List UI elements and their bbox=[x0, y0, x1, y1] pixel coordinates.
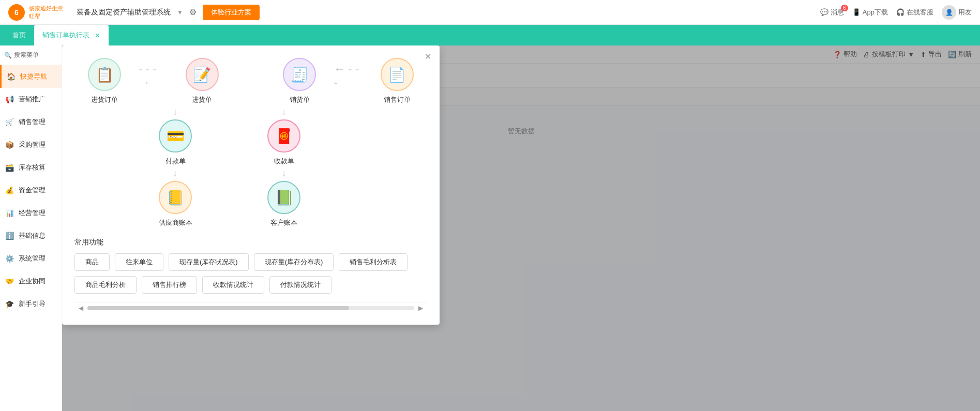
func-btn-product[interactable]: 商品 bbox=[74, 253, 110, 271]
sales-icon: 🛒 bbox=[4, 117, 14, 127]
func-btn-sales-rank[interactable]: 销售排行榜 bbox=[142, 276, 197, 294]
header-right: 💬 消息 6 📱 App下载 🎧 在线客服 👤 用友 bbox=[820, 5, 972, 20]
supplier-account-circle: 📒 bbox=[159, 181, 192, 214]
func-button-grid: 商品 往来单位 现存量(库存状况表) 现存量(库存分布表) 销售毛利分析表 商品… bbox=[74, 253, 427, 294]
purchase-bill-circle: 📝 bbox=[186, 58, 219, 91]
purchase-order-label: 进货订单 bbox=[91, 95, 118, 104]
flow-node-customer-account[interactable]: 📗 客户账本 bbox=[250, 181, 318, 227]
app-download-action[interactable]: 📱 App下载 bbox=[852, 8, 888, 17]
receipt-bill-circle: 🧧 bbox=[267, 119, 300, 153]
sales-bill-circle: 🧾 bbox=[283, 58, 316, 91]
func-btn-counterpart[interactable]: 往来单位 bbox=[115, 253, 163, 271]
sidebar-item-basic-info[interactable]: ℹ️ 基础信息 bbox=[0, 224, 62, 247]
dropdown-icon[interactable]: ▼ bbox=[177, 9, 183, 16]
customer-account-label: 客户账本 bbox=[270, 218, 297, 227]
settings-icon[interactable]: ⚙ bbox=[189, 7, 197, 17]
service-icon: 🎧 bbox=[896, 8, 904, 16]
flow-node-sales-order[interactable]: 📄 销售订单 bbox=[367, 58, 427, 104]
system-icon: ⚙️ bbox=[4, 253, 14, 264]
customer-account-circle: 📗 bbox=[267, 181, 300, 214]
content-area: ❓ 帮助 🖨 按模板打印 ▼ ⬆ 导出 🔄 刷新 📅 单据状态 bbox=[62, 45, 980, 411]
scroll-thumb bbox=[87, 306, 349, 310]
flow-node-payment-bill[interactable]: 💳 付款单 bbox=[142, 119, 209, 166]
arrow-left-1: ← - - - bbox=[334, 63, 363, 89]
sales-order-circle: 📄 bbox=[381, 58, 414, 91]
scroll-right-icon[interactable]: ▶ bbox=[418, 305, 423, 312]
message-icon: 💬 bbox=[820, 8, 828, 16]
arrow-down-1: ↓ bbox=[142, 106, 209, 117]
sidebar-item-operations[interactable]: 📊 经营管理 bbox=[0, 202, 62, 224]
flow-diagram: 📋 进货订单 - - - → 📝 bbox=[74, 58, 427, 227]
supplier-account-label: 供应商账本 bbox=[159, 218, 192, 227]
common-functions-title: 常用功能 bbox=[74, 238, 427, 247]
basic-info-icon: ℹ️ bbox=[4, 231, 14, 241]
tab-home[interactable]: 首页 bbox=[4, 25, 34, 45]
sidebar-search[interactable]: 🔍 搜索菜单 bbox=[0, 45, 62, 65]
top-header: 6 畅康通好生意 旺帮 装备及固定资产辅助管理系统 ▼ ⚙ 体验行业方案 💬 消… bbox=[0, 0, 980, 25]
func-btn-product-gross[interactable]: 商品毛利分析 bbox=[74, 276, 137, 294]
scroll-track bbox=[87, 306, 414, 310]
func-btn-sales-gross[interactable]: 销售毛利分析表 bbox=[339, 253, 408, 271]
sidebar-item-finance[interactable]: 💰 资金管理 bbox=[0, 179, 62, 202]
online-service-action[interactable]: 🎧 在线客服 bbox=[896, 8, 933, 17]
func-btn-payment-stats[interactable]: 付款情况统计 bbox=[269, 276, 331, 294]
modal: ✕ 📋 进货订单 - - - → bbox=[62, 45, 440, 325]
inventory-icon: 🗃️ bbox=[4, 162, 14, 173]
purchase-icon: 📦 bbox=[4, 140, 14, 150]
system-title: 装备及固定资产辅助管理系统 bbox=[77, 8, 171, 17]
tab-sales-order-exec[interactable]: 销售订单执行表 ✕ bbox=[34, 25, 109, 45]
flow-node-receipt-bill[interactable]: 🧧 收款单 bbox=[250, 119, 318, 166]
payment-bill-label: 付款单 bbox=[165, 157, 186, 166]
logo-text: 畅康通好生意 旺帮 bbox=[29, 5, 63, 20]
arrow-right-1: - - - → bbox=[139, 63, 168, 89]
finance-icon: 💰 bbox=[4, 185, 14, 195]
payment-bill-circle: 💳 bbox=[159, 119, 192, 153]
common-functions-section: 常用功能 商品 往来单位 现存量(库存状况表) 现存量(库存分布表) 销售毛利分… bbox=[74, 238, 427, 294]
tab-close-icon[interactable]: ✕ bbox=[95, 32, 100, 39]
enterprise-icon: 🤝 bbox=[4, 276, 14, 286]
trial-button[interactable]: 体验行业方案 bbox=[203, 5, 260, 20]
sidebar-item-quick-nav[interactable]: 🏠 快捷导航 bbox=[0, 65, 62, 88]
operations-icon: 📊 bbox=[4, 208, 14, 218]
sidebar-item-system[interactable]: ⚙️ 系统管理 bbox=[0, 247, 62, 270]
message-action[interactable]: 💬 消息 6 bbox=[820, 8, 844, 17]
home-icon: 🏠 bbox=[6, 71, 16, 82]
user-avatar: 👤 bbox=[942, 5, 956, 20]
main-layout: 🔍 搜索菜单 🏠 快捷导航 📢 营销推广 🛒 销售管理 📦 采购管理 🗃️ 库存… bbox=[0, 45, 980, 411]
arrow-down-2: ↓ bbox=[250, 106, 318, 117]
arrow-down-4: ↓ bbox=[250, 168, 318, 179]
purchase-bill-label: 进货单 bbox=[192, 95, 212, 104]
logo-area: 6 畅康通好生意 旺帮 bbox=[8, 4, 70, 21]
scroll-left-icon[interactable]: ◀ bbox=[79, 305, 83, 312]
sidebar-item-newbie[interactable]: 🎓 新手引导 bbox=[0, 293, 62, 315]
func-btn-stock-dist[interactable]: 现存量(库存分布表) bbox=[254, 253, 334, 271]
sales-bill-label: 销货单 bbox=[290, 95, 310, 104]
modal-close-button[interactable]: ✕ bbox=[425, 52, 431, 62]
search-icon: 🔍 bbox=[4, 52, 12, 59]
marketing-icon: 📢 bbox=[4, 94, 14, 104]
modal-overlay: ✕ 📋 进货订单 - - - → bbox=[62, 45, 980, 411]
flow-node-supplier-account[interactable]: 📒 供应商账本 bbox=[142, 181, 209, 227]
purchase-order-circle: 📋 bbox=[88, 58, 121, 91]
sidebar-item-marketing[interactable]: 📢 营销推广 bbox=[0, 88, 62, 111]
tab-bar: 首页 销售订单执行表 ✕ bbox=[0, 25, 980, 45]
receipt-bill-label: 收款单 bbox=[274, 157, 294, 166]
sidebar-item-purchase[interactable]: 📦 采购管理 bbox=[0, 133, 62, 156]
func-btn-receipt-stats[interactable]: 收款情况统计 bbox=[202, 276, 264, 294]
flow-node-purchase-bill[interactable]: 📝 进货单 bbox=[172, 58, 233, 104]
sales-order-label: 销售订单 bbox=[384, 95, 411, 104]
func-btn-stock-status[interactable]: 现存量(库存状况表) bbox=[169, 253, 249, 271]
sidebar-item-enterprise[interactable]: 🤝 企业协同 bbox=[0, 270, 62, 293]
download-icon: 📱 bbox=[852, 8, 861, 16]
sidebar-item-inventory[interactable]: 🗃️ 库存核算 bbox=[0, 156, 62, 179]
message-badge: 6 bbox=[841, 5, 848, 11]
sidebar: 🔍 搜索菜单 🏠 快捷导航 📢 营销推广 🛒 销售管理 📦 采购管理 🗃️ 库存… bbox=[0, 45, 62, 411]
sidebar-item-sales[interactable]: 🛒 销售管理 bbox=[0, 111, 62, 133]
newbie-icon: 🎓 bbox=[4, 299, 14, 309]
scroll-bar-row: ◀ ▶ bbox=[74, 302, 427, 314]
user-action[interactable]: 👤 用友 bbox=[942, 5, 972, 20]
arrow-down-3: ↓ bbox=[142, 168, 209, 179]
logo-icon: 6 bbox=[8, 4, 25, 21]
flow-node-sales-bill[interactable]: 🧾 销货单 bbox=[269, 58, 330, 104]
flow-node-purchase-order[interactable]: 📋 进货订单 bbox=[74, 58, 135, 104]
